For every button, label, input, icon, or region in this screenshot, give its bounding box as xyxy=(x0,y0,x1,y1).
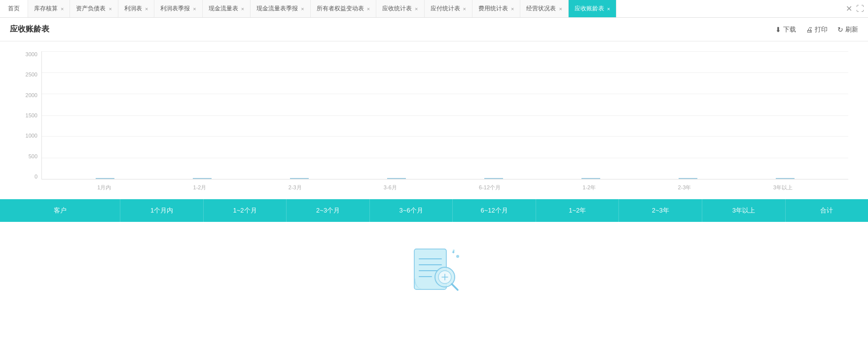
print-button[interactable]: 🖨 打印 xyxy=(806,25,828,34)
tab-inventory-label: 库存核算 xyxy=(34,4,58,13)
tab-inventory-close[interactable]: × xyxy=(61,6,64,12)
grid-line-4 xyxy=(42,136,848,137)
col-header-3-6m: 3~6个月 xyxy=(370,199,453,222)
download-button[interactable]: ⬇ 下载 xyxy=(775,25,796,34)
y-label-500: 500 xyxy=(20,153,37,159)
tab-ar-aging[interactable]: 应收账龄表 × xyxy=(569,0,616,18)
bar-chart-container: 0 500 1000 1500 2000 2500 3000 xyxy=(20,51,848,194)
grid-line-5 xyxy=(42,158,848,158)
tab-profit[interactable]: 利润表 × xyxy=(118,0,154,18)
y-label-1000: 1000 xyxy=(20,133,37,139)
tab-ar-stat-close[interactable]: × xyxy=(415,6,418,12)
bar-4 xyxy=(387,178,406,179)
x-axis-labels: 1月内 1-2月 2-3月 3-6月 6-12个月 1-2年 2-3年 3年以上 xyxy=(41,180,848,194)
col-header-2-3m: 2~3个月 xyxy=(287,199,370,222)
grid-line-top xyxy=(42,51,848,52)
refresh-button[interactable]: ↻ 刷新 xyxy=(837,25,858,34)
bar-3 xyxy=(290,178,309,179)
bar-group-8 xyxy=(776,178,795,179)
tab-cashflow-label: 现金流量表 xyxy=(209,4,238,13)
bar-group-7 xyxy=(679,178,697,179)
col-header-6-12m: 6~12个月 xyxy=(453,199,536,222)
tab-cashflow[interactable]: 现金流量表 × xyxy=(203,0,251,18)
tab-cashflow-close[interactable]: × xyxy=(241,6,244,12)
grid-line-1 xyxy=(42,72,848,73)
y-label-2500: 2500 xyxy=(20,71,37,77)
svg-text:✦: ✦ xyxy=(451,249,455,255)
page-header: 应收账龄表 ⬇ 下载 🖨 打印 ↻ 刷新 xyxy=(0,18,868,41)
print-label: 打印 xyxy=(815,25,828,34)
tab-profit-quarterly-label: 利润表季报 xyxy=(160,4,190,13)
table-header: 客户 1个月内 1~2个月 2~3个月 3~6个月 6~12个月 1~2年 2~… xyxy=(0,199,868,222)
tab-expense-stat-label: 费用统计表 xyxy=(478,4,508,13)
tab-cashflow-quarterly[interactable]: 现金流量表季报 × xyxy=(251,0,310,18)
tab-expense-stat-close[interactable]: × xyxy=(511,6,514,12)
x-label-3: 2-3月 xyxy=(289,184,302,191)
tab-equity-label: 所有者权益变动表 xyxy=(317,4,364,13)
y-label-3000: 3000 xyxy=(20,51,37,57)
tab-profit-quarterly-close[interactable]: × xyxy=(193,6,196,12)
tab-operation-label: 经营状况表 xyxy=(526,4,556,13)
tab-home-label: 首页 xyxy=(8,4,20,13)
col-header-2-3y: 2~3年 xyxy=(619,199,702,222)
tab-home[interactable]: 首页 xyxy=(0,0,28,18)
tab-equity[interactable]: 所有者权益变动表 × xyxy=(311,0,376,18)
x-label-8: 3年以上 xyxy=(773,184,793,191)
window-close-icon[interactable]: ✕ xyxy=(846,4,852,13)
grid-line-3 xyxy=(42,115,848,116)
tab-ar-stat[interactable]: 应收统计表 × xyxy=(376,0,424,18)
tab-cashflow-quarterly-label: 现金流量表季报 xyxy=(256,4,298,13)
y-label-1500: 1500 xyxy=(20,112,37,118)
download-icon: ⬇ xyxy=(775,26,781,34)
tab-balance-label: 资产负债表 xyxy=(76,4,106,13)
bar-1 xyxy=(96,178,114,179)
col-header-3y-plus: 3年以上 xyxy=(702,199,786,222)
y-label-0: 0 xyxy=(20,174,37,179)
x-label-6: 1-2年 xyxy=(582,184,596,191)
print-icon: 🖨 xyxy=(806,26,813,34)
tab-equity-close[interactable]: × xyxy=(367,6,370,12)
window-maximize-icon[interactable]: ⛶ xyxy=(856,4,864,13)
bar-6 xyxy=(581,178,600,179)
page-title: 应收账龄表 xyxy=(10,24,49,35)
tab-profit-label: 利润表 xyxy=(124,4,142,13)
tab-profit-close[interactable]: × xyxy=(145,6,148,12)
empty-state: ✦ xyxy=(0,222,868,306)
refresh-label: 刷新 xyxy=(845,25,858,34)
tab-ar-stat-label: 应收统计表 xyxy=(382,4,412,13)
bar-group-2 xyxy=(193,178,212,179)
chart-area: 0 500 1000 1500 2000 2500 3000 xyxy=(0,41,868,199)
x-label-1: 1月内 xyxy=(97,184,111,191)
bar-group-4 xyxy=(387,178,406,179)
refresh-icon: ↻ xyxy=(837,26,843,34)
bar-7 xyxy=(679,178,697,179)
svg-line-8 xyxy=(452,284,458,290)
tab-operation-close[interactable]: × xyxy=(559,6,562,12)
tab-inventory[interactable]: 库存核算 × xyxy=(28,0,70,18)
tab-operation[interactable]: 经营状况表 × xyxy=(520,0,568,18)
x-label-2: 1-2月 xyxy=(193,184,207,191)
tab-bar: 首页 库存核算 × 资产负债表 × 利润表 × 利润表季报 × 现金流量表 × … xyxy=(0,0,868,18)
tab-profit-quarterly[interactable]: 利润表季报 × xyxy=(154,0,202,18)
tab-expense-stat[interactable]: 费用统计表 × xyxy=(472,0,520,18)
x-label-4: 3-6月 xyxy=(384,184,397,191)
tab-balance-close[interactable]: × xyxy=(108,6,111,12)
tab-ap-stat[interactable]: 应付统计表 × xyxy=(425,0,472,18)
bar-group-5 xyxy=(484,178,503,179)
bar-group-6 xyxy=(581,178,600,179)
col-header-1-2y: 1~2年 xyxy=(536,199,619,222)
tab-cashflow-quarterly-close[interactable]: × xyxy=(301,6,304,12)
svg-point-11 xyxy=(456,255,459,258)
tab-balance[interactable]: 资产负债表 × xyxy=(70,0,118,18)
empty-state-icon: ✦ xyxy=(404,242,464,296)
tab-ap-stat-close[interactable]: × xyxy=(463,6,466,12)
header-actions: ⬇ 下载 🖨 打印 ↻ 刷新 xyxy=(775,25,858,34)
tab-bar-actions: ✕ ⛶ xyxy=(842,4,868,13)
bar-group-1 xyxy=(96,178,114,179)
tab-ar-aging-close[interactable]: × xyxy=(607,6,610,12)
tab-ar-aging-label: 应收账龄表 xyxy=(575,4,604,13)
col-header-1m: 1个月内 xyxy=(120,199,204,222)
col-header-1-2m: 1~2个月 xyxy=(204,199,287,222)
col-header-customer: 客户 xyxy=(0,199,120,222)
x-label-5: 6-12个月 xyxy=(479,184,501,191)
